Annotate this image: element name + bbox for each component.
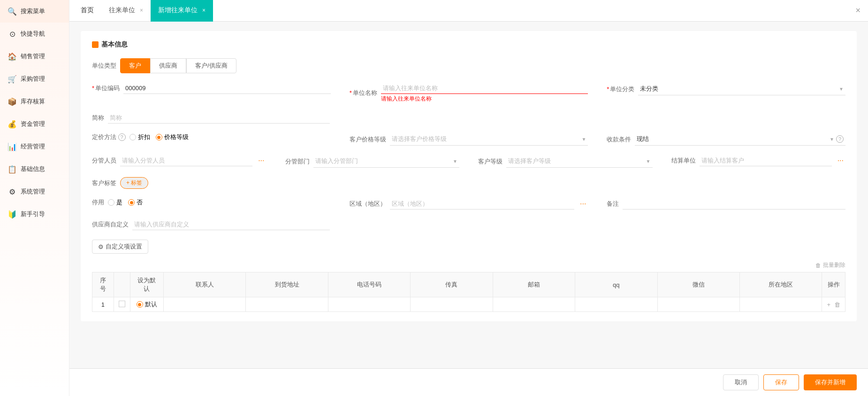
sidebar-item-basic-info[interactable]: 📋 基础信息 — [0, 158, 69, 180]
row-seq: 1 — [92, 297, 114, 312]
manager-label: 分管人员 — [92, 156, 116, 165]
sidebar-item-purchase[interactable]: 🛒 采购管理 — [0, 68, 69, 90]
custom-settings-button[interactable]: ⚙ 自定义项设置 — [92, 240, 148, 254]
row-qq[interactable] — [575, 297, 658, 312]
region-dots[interactable]: ··· — [578, 200, 588, 208]
manager-field: 分管人员 ··· — [92, 155, 266, 166]
cancel-button[interactable]: 取消 — [723, 374, 759, 390]
sidebar-item-system[interactable]: ⚙ 系统管理 — [0, 180, 69, 203]
footer: 取消 保存 保存并新增 — [69, 368, 868, 396]
unit-type-customer[interactable]: 客户 — [120, 58, 150, 73]
customer-tag-label: 客户标签 — [92, 179, 116, 187]
supplier-custom-input[interactable] — [132, 219, 330, 230]
disabled-no[interactable]: 否 — [128, 198, 143, 207]
col-region: 所在地区 — [739, 272, 822, 297]
row-wechat-input[interactable] — [662, 301, 735, 308]
sidebar-item-guide[interactable]: 🔰 新手引导 — [0, 203, 69, 225]
payment-terms-help-icon[interactable]: ? — [836, 135, 844, 143]
sidebar-item-quick-nav[interactable]: ⊙ 快捷导航 — [0, 23, 69, 45]
unit-name-input[interactable] — [381, 83, 588, 94]
row-checkbox[interactable] — [119, 301, 125, 307]
customer-price-level-select[interactable]: 请选择客户价格等级 ▼ — [390, 133, 588, 146]
row-address-input[interactable] — [251, 301, 323, 308]
row-phone[interactable] — [328, 297, 410, 312]
tab-home[interactable]: 首页 — [73, 0, 101, 22]
row-contact[interactable] — [164, 297, 246, 312]
table-header-row: 序号 设为默认 联系人 到货地址 电话号码 传真 邮箱 qq 微信 所在地区 操… — [92, 272, 845, 297]
settlement-unit-input[interactable] — [700, 155, 832, 166]
window-close-icon[interactable]: × — [852, 6, 864, 16]
col-fax: 传真 — [411, 272, 493, 297]
unit-code-input[interactable] — [123, 83, 331, 94]
remark-input[interactable] — [623, 198, 845, 210]
unit-name-label: *单位名称 — [350, 89, 377, 97]
row-email[interactable] — [493, 297, 575, 312]
tab-partners[interactable]: 往来单位 × — [101, 0, 151, 22]
pricing-price-level-label: 价格等级 — [164, 133, 189, 141]
sidebar-label-system: 系统管理 — [21, 187, 45, 196]
sidebar-item-inventory[interactable]: 📦 库存核算 — [0, 90, 69, 113]
short-name-input[interactable] — [108, 112, 330, 124]
department-label: 分管部门 — [285, 157, 310, 166]
row-region[interactable] — [739, 297, 822, 312]
sidebar-item-sales[interactable]: 🏠 销售管理 — [0, 45, 69, 68]
section-title: 基本信息 — [92, 40, 845, 49]
sidebar-label-inventory: 库存核算 — [21, 97, 45, 106]
batch-delete-button[interactable]: 🗑 批量删除 — [815, 261, 845, 269]
manager-input[interactable] — [120, 155, 252, 166]
row-delete-icon[interactable]: 🗑 — [834, 301, 840, 308]
add-tag-button[interactable]: + 标签 — [120, 177, 148, 189]
sidebar-item-finance[interactable]: 💰 资金管理 — [0, 113, 69, 135]
customer-price-level-field: 客户价格等级 请选择客户价格等级 ▼ — [350, 133, 588, 146]
region-input[interactable] — [390, 198, 574, 210]
tab-partners-close[interactable]: × — [140, 7, 143, 14]
unit-name-wrapper: 请输入往来单位名称 — [381, 83, 588, 103]
unit-type-both[interactable]: 客户/供应商 — [186, 58, 236, 73]
tab-new-partner-label: 新增往来单位 — [158, 6, 198, 15]
payment-terms-value: 现结 — [637, 135, 828, 143]
batch-delete-label: 批量删除 — [823, 261, 845, 269]
pricing-help-icon[interactable]: ? — [118, 133, 126, 141]
disabled-yes[interactable]: 是 — [108, 198, 122, 207]
customer-level-select[interactable]: 请选择客户等级 ▼ — [506, 155, 653, 168]
supplier-custom-field: 供应商自定义 — [92, 219, 330, 230]
sidebar-item-search[interactable]: 🔍 搜索菜单 — [0, 0, 69, 23]
department-select[interactable]: 请输入分管部门 ▼ — [313, 155, 460, 168]
save-button[interactable]: 保存 — [763, 374, 799, 390]
remark-label: 备注 — [607, 200, 619, 208]
section-title-text: 基本信息 — [101, 40, 128, 49]
remark-field: 备注 — [607, 198, 845, 210]
unit-category-chevron: ▼ — [839, 86, 844, 92]
row-default-radio[interactable]: 默认 — [135, 300, 159, 309]
row-email-input[interactable] — [498, 301, 570, 308]
manager-dots[interactable]: ··· — [256, 156, 266, 165]
row-qq-input[interactable] — [580, 301, 653, 308]
disabled-row: 停用 是 否 区域（地区） — [92, 198, 845, 210]
row-address[interactable] — [246, 297, 328, 312]
disabled-label: 停用 — [92, 198, 104, 207]
tab-new-partner[interactable]: 新增往来单位 × — [151, 0, 213, 22]
col-phone: 电话号码 — [328, 272, 410, 297]
pricing-discount[interactable]: 折扣 — [129, 133, 150, 141]
pricing-price-level[interactable]: 价格等级 — [156, 133, 189, 141]
row-region-input[interactable] — [745, 301, 817, 308]
pricing-discount-radio — [129, 134, 136, 140]
settlement-dots[interactable]: ··· — [836, 156, 845, 165]
customer-price-level-chevron: ▼ — [581, 137, 586, 142]
row-fax-input[interactable] — [415, 301, 487, 308]
row-fax[interactable] — [411, 297, 493, 312]
row-add-icon[interactable]: + — [827, 301, 830, 308]
row-contact-input[interactable] — [168, 301, 241, 308]
department-placeholder: 请输入分管部门 — [315, 157, 451, 165]
supplier-custom-row: 供应商自定义 — [92, 219, 845, 230]
unit-category-select[interactable]: 未分类 ▼ — [638, 83, 845, 95]
tab-new-partner-close[interactable]: × — [202, 7, 206, 14]
save-new-button[interactable]: 保存并新增 — [804, 374, 857, 390]
sidebar-item-operations[interactable]: 📊 经营管理 — [0, 135, 69, 158]
row-checkbox-cell[interactable] — [114, 297, 130, 312]
row-wechat[interactable] — [657, 297, 739, 312]
row-phone-input[interactable] — [333, 301, 405, 308]
table-row: 1 默认 — [92, 297, 845, 312]
payment-terms-select[interactable]: 现结 ▼ ? — [635, 133, 845, 146]
unit-type-supplier[interactable]: 供应商 — [150, 58, 186, 73]
